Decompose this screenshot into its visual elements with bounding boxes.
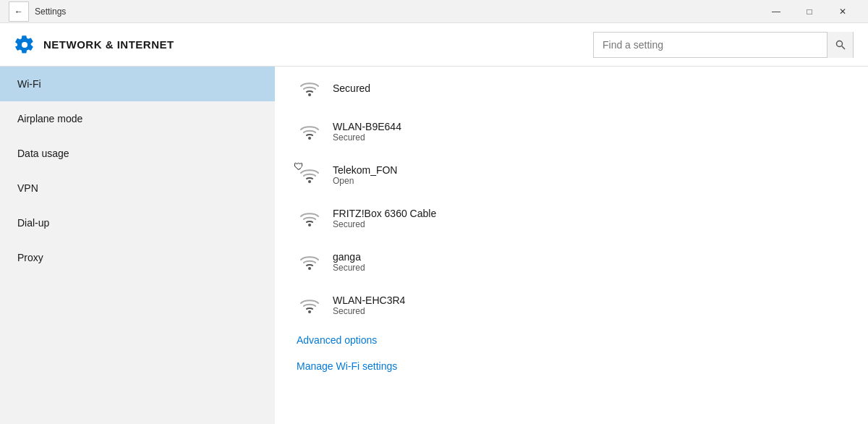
maximize-button[interactable]: □	[793, 0, 826, 23]
network-name: Secured	[333, 82, 370, 94]
network-status: Secured	[333, 219, 436, 229]
network-name: Telekom_FON	[333, 164, 397, 176]
network-name: WLAN-B9E644	[333, 121, 401, 132]
security-warning-icon: 🛡	[294, 161, 304, 172]
window-title: Settings	[35, 7, 760, 17]
svg-point-3	[308, 137, 311, 140]
sidebar-item-airplane[interactable]: Airplane mode	[0, 101, 275, 136]
settings-icon	[14, 35, 35, 55]
network-info: Telekom_FON Open	[333, 164, 397, 186]
wifi-signal-icon	[297, 119, 323, 145]
list-item[interactable]: Secured	[275, 67, 868, 110]
sidebar-item-dialup[interactable]: Dial-up	[0, 205, 275, 240]
sidebar-item-data-usage[interactable]: Data usage	[0, 136, 275, 171]
svg-point-5	[308, 224, 311, 226]
search-box	[593, 32, 854, 58]
svg-point-0	[836, 41, 842, 46]
network-status: Secured	[333, 263, 365, 273]
search-icon	[835, 39, 846, 51]
wifi-signal-icon	[297, 205, 323, 232]
minimize-button[interactable]: —	[760, 0, 793, 23]
network-info: ganga Secured	[333, 251, 365, 273]
back-button[interactable]: ←	[9, 1, 29, 22]
wifi-content: Secured WLAN-B9E644 Secured 🛡	[275, 67, 868, 424]
main-content: Wi-Fi Airplane mode Data usage VPN Dial-…	[0, 67, 868, 424]
sidebar-item-proxy[interactable]: Proxy	[0, 240, 275, 275]
svg-point-6	[308, 267, 311, 270]
list-item[interactable]: WLAN-B9E644 Secured	[275, 110, 868, 153]
manage-wifi-link[interactable]: Manage Wi-Fi settings	[275, 353, 868, 379]
network-status: Secured	[333, 132, 401, 143]
list-item[interactable]: ganga Secured	[275, 240, 868, 284]
list-item[interactable]: FRITZ!Box 6360 Cable Secured	[275, 197, 868, 240]
search-input[interactable]	[594, 39, 827, 51]
svg-point-2	[308, 93, 311, 96]
sidebar-item-wifi[interactable]: Wi-Fi	[0, 67, 275, 101]
titlebar: ← Settings — □ ✕	[0, 0, 868, 23]
page-title: NETWORK & INTERNET	[43, 38, 593, 51]
sidebar: Wi-Fi Airplane mode Data usage VPN Dial-…	[0, 67, 275, 424]
advanced-options-link[interactable]: Advanced options	[275, 327, 868, 353]
network-name: WLAN-EHC3R4	[333, 294, 405, 306]
svg-point-4	[308, 180, 311, 183]
wifi-signal-icon	[297, 249, 323, 275]
svg-line-1	[841, 46, 844, 48]
wifi-signal-icon	[297, 292, 323, 318]
network-info: FRITZ!Box 6360 Cable Secured	[333, 208, 436, 229]
network-name: ganga	[333, 251, 365, 263]
network-info: WLAN-B9E644 Secured	[333, 121, 401, 143]
wifi-signal-icon: 🛡	[297, 162, 323, 188]
close-button[interactable]: ✕	[826, 0, 859, 23]
sidebar-item-vpn[interactable]: VPN	[0, 171, 275, 205]
window-controls: — □ ✕	[760, 0, 859, 23]
network-info: Secured	[333, 82, 370, 94]
back-icon: ←	[14, 7, 23, 17]
page-header: NETWORK & INTERNET	[0, 23, 868, 67]
list-item[interactable]: 🛡 Telekom_FON Open	[275, 153, 868, 197]
wifi-signal-icon	[297, 75, 323, 101]
network-status: Open	[333, 176, 397, 186]
list-item[interactable]: WLAN-EHC3R4 Secured	[275, 284, 868, 327]
svg-point-7	[308, 310, 311, 313]
network-status: Secured	[333, 306, 405, 316]
network-name: FRITZ!Box 6360 Cable	[333, 208, 436, 219]
search-button[interactable]	[827, 32, 853, 58]
network-info: WLAN-EHC3R4 Secured	[333, 294, 405, 316]
